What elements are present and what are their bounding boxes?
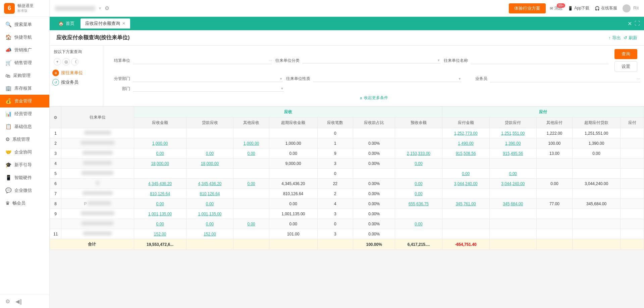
sidebar-label-inventory: 库存核算 xyxy=(14,85,32,91)
row-ar-count-8: 4 xyxy=(317,199,353,209)
scheme-panel: 按以下方案查询 + ◎ 《 ⊕ 按往来单位 ↺ 按业务员 xyxy=(50,46,103,106)
page-content: 应收应付余额查询(按往来单位) ↑ 导出 ↺ 刷新 按以下方案查询 xyxy=(50,30,644,308)
table-gear-icon[interactable]: ⚙ xyxy=(54,115,57,120)
gear-header-cell[interactable]: ⚙ xyxy=(50,107,61,128)
refresh-button[interactable]: ↺ 刷新 xyxy=(624,35,637,41)
table-row: 4 18,000.00 18,000.00 9,000.00 3 0.00% 0… xyxy=(50,159,644,169)
row-unit-9 xyxy=(61,209,134,219)
row-ar-ratio-6: 0.00% xyxy=(353,179,395,189)
dept-chevron[interactable]: ▼ xyxy=(280,87,284,90)
sidebar-item-finance[interactable]: 💰 资金管理 xyxy=(0,95,49,107)
hardware-icon: 📱 xyxy=(5,175,12,181)
header-message-btn[interactable]: ✉ 消息 99+ xyxy=(550,5,562,11)
sidebar-bottom: ⚙ ◀‖ xyxy=(0,295,49,308)
sidebar-item-member[interactable]: ♛ 畅会员 xyxy=(0,197,49,210)
table-header-row-2: 应收金额 贷款应收 其他应收 超期应收金额 应收笔数 应收款占比 预收余额 应付… xyxy=(50,118,644,128)
row-ar-loan-4: 18,000.00 xyxy=(186,159,233,169)
row-ap-amount-5: 0.00 xyxy=(442,169,489,179)
collapse-scheme-button[interactable]: 《 xyxy=(71,58,78,65)
row-ar-count-1: 0 xyxy=(317,128,353,138)
row-ap-overdue-9 xyxy=(572,209,621,219)
row-ar-overdue-8: 0.00 xyxy=(269,199,317,209)
sidebar-label-corp: 企业协同 xyxy=(14,149,32,155)
wechat-icon: 💬 xyxy=(5,187,12,193)
unit-nature-chevron[interactable]: ▼ xyxy=(458,77,461,81)
row-num-8: 8 xyxy=(50,199,61,209)
row-ar-advance-10: 0.00 xyxy=(395,219,442,229)
sidebar-item-hardware[interactable]: 📱 智能硬件 xyxy=(0,171,49,184)
row-ar-advance-11 xyxy=(395,229,442,239)
row-ap-amount-2: 1,490.00 xyxy=(442,138,489,148)
settlement-input[interactable] xyxy=(133,58,267,63)
settlement-dots-icon[interactable]: ··· xyxy=(269,58,272,63)
tab-close-window-icon[interactable]: ✕ xyxy=(628,20,632,27)
row-ap-loan-8: 345,684.00 xyxy=(489,199,537,209)
sidebar-item-marketing[interactable]: 📣 营销推广 xyxy=(0,44,49,56)
search-menu-icon: 🔍 xyxy=(5,21,12,28)
unit-nature-control: ▼ xyxy=(313,76,462,82)
row-ar-overdue-10: 0.00 xyxy=(269,219,317,229)
breadcrumb-text xyxy=(55,6,95,11)
row-ar-overdue-1 xyxy=(269,128,317,138)
sidebar-item-operations[interactable]: 📊 经营管理 xyxy=(0,107,49,120)
header-service-btn[interactable]: 🎧 在线客服 xyxy=(595,5,617,11)
sidebar-item-sales[interactable]: 🛒 销售管理 xyxy=(0,56,49,69)
settings-bottom-icon[interactable]: ⚙ xyxy=(5,298,10,305)
row-ap-amount-3: 915,508.56 xyxy=(442,148,489,159)
th-ap-overdue: 超期应付贷款 xyxy=(572,118,621,128)
service-icon: 🎧 xyxy=(595,6,600,11)
tab-close-icon[interactable]: ✕ xyxy=(122,21,125,26)
tab-home[interactable]: 🏠 首页 xyxy=(54,18,79,29)
add-scheme-button[interactable]: + xyxy=(54,58,61,65)
row-ap-amount-1: 1,252,773.00 xyxy=(442,128,489,138)
preset-scheme-button[interactable]: ◎ xyxy=(62,58,70,65)
salesperson-dots-icon[interactable]: ··· xyxy=(637,76,640,81)
header-gear-icon[interactable]: ⚙ xyxy=(105,5,109,11)
sidebar-item-wechat[interactable]: 💬 企业微信 xyxy=(0,184,49,197)
header-user-area[interactable]: Rit xyxy=(623,4,639,12)
sidebar-item-inventory[interactable]: 🏢 库存核算 xyxy=(0,82,49,95)
sidebar-item-quick-nav[interactable]: 🏠 快捷导航 xyxy=(0,31,49,44)
row-ar-loan-3: 0.00 xyxy=(186,148,233,159)
query-button[interactable]: 查询 xyxy=(614,49,637,59)
row-ar-count-11: 3 xyxy=(317,229,353,239)
breadcrumb-arrow: ▼ xyxy=(98,6,102,11)
collapse-sidebar-icon[interactable]: ◀‖ xyxy=(15,298,22,305)
salesperson-input[interactable] xyxy=(490,76,635,81)
sidebar-item-corp[interactable]: 🤝 企业协同 xyxy=(0,146,49,159)
filter-dept-mgr: 分管部门 ▼ xyxy=(107,76,283,82)
trial-button[interactable]: 体验行业方案 xyxy=(509,3,546,13)
unit-category-chevron[interactable]: ▼ xyxy=(437,58,440,62)
scheme-by-unit[interactable]: ⊕ 按往来单位 xyxy=(50,68,103,78)
row-ap-loan-5: 0.00 xyxy=(489,169,537,179)
row-num-11: 11 xyxy=(50,229,61,239)
header-app-btn[interactable]: 📱 App下载 xyxy=(568,5,589,11)
app-edition: 标准版 xyxy=(17,8,34,13)
sidebar-item-basic[interactable]: 📋 基础信息 xyxy=(0,120,49,133)
row-ap-tail-2 xyxy=(621,138,644,148)
unit-name-input[interactable] xyxy=(471,58,608,63)
tab-bar: 🏠 首页 应收应付余额查询 ✕ ✕ ⛶ xyxy=(50,17,644,30)
dept-control: ▼ xyxy=(133,86,284,92)
sidebar-item-purchase[interactable]: 🛍 采购管理 xyxy=(0,69,49,82)
row-ap-other-11 xyxy=(537,229,573,239)
table-row: 7 810,126.64 810,126.64 810,126.64 2 0.0… xyxy=(50,189,644,199)
top-header: ▼ ⚙ 体验行业方案 ✉ 消息 99+ 📱 App下载 🎧 在线客服 Rit xyxy=(50,0,644,17)
collapse-more-btn[interactable]: ∧ 收起更多条件 xyxy=(107,93,640,103)
scheme-by-staff[interactable]: ↺ 按业务员 xyxy=(50,78,103,87)
row-ar-loan-5 xyxy=(186,169,233,179)
row-ar-amount-4: 18,000.00 xyxy=(134,159,186,169)
export-button[interactable]: ↑ 导出 xyxy=(609,35,621,41)
settings-button[interactable]: 设置 xyxy=(614,61,637,72)
sidebar-item-search-menu[interactable]: 🔍 搜索菜单 xyxy=(0,18,49,31)
th-ar-count: 应收笔数 xyxy=(317,118,353,128)
row-ar-other-5 xyxy=(233,169,269,179)
sidebar-item-guide[interactable]: 🎓 新手引导 xyxy=(0,159,49,171)
sidebar-item-system[interactable]: ⚙ 系统管理 xyxy=(0,133,49,146)
tab-bar-right: ✕ ⛶ xyxy=(628,20,640,27)
tab-expand-icon[interactable]: ⛶ xyxy=(635,20,640,27)
tab-ar-ap[interactable]: 应收应付余额查询 ✕ xyxy=(80,18,130,29)
dept-mgr-chevron[interactable]: ▼ xyxy=(279,77,283,81)
sidebar-label-guide: 新手引导 xyxy=(14,162,32,168)
row-ar-amount-9: 1,001,135.00 xyxy=(134,209,186,219)
